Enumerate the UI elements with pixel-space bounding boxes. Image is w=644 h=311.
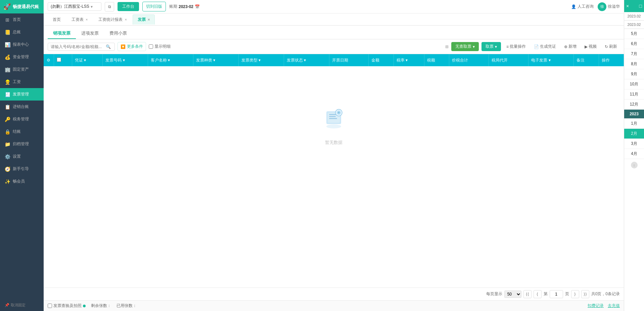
sidebar-item-home[interactable]: ⊞ 首页 xyxy=(0,13,44,26)
table-header-row: ⚙ 凭证 ▾ 发票号码 ▾ 客户名称 ▾ 发票种类 ▾ 发票类型 ▾ 发票状态 … xyxy=(44,54,624,66)
customer-filter-icon[interactable]: ▾ xyxy=(168,58,170,63)
tab-home[interactable]: 首页 xyxy=(48,14,66,25)
period-display-1: 2023.02 xyxy=(624,12,644,21)
empty-state: 暂无数据 xyxy=(44,66,624,184)
sidebar-item-tax[interactable]: 🔑 税务管理 xyxy=(0,113,44,125)
tab-invoice[interactable]: 发票 × xyxy=(133,14,155,25)
deduct-record-link[interactable]: 扣费记录 xyxy=(588,303,604,309)
support-item[interactable]: 👤 人工咨询 xyxy=(571,4,594,9)
tab-payroll-stats[interactable]: 工资统计报表 × xyxy=(93,14,132,25)
video-button[interactable]: ▶ 视频 xyxy=(582,42,599,51)
topbar: (勿删）江西股宝-LSS ▾ ⧉ 工作台 切到旧版 账期 2023-02 📅 👤… xyxy=(44,0,624,13)
sidebar-item-archive[interactable]: 📁 归档管理 xyxy=(0,138,44,150)
month-11[interactable]: 11月 xyxy=(624,89,644,100)
month-4[interactable]: 4月 xyxy=(624,149,644,159)
batch-op-button[interactable]: ≡ 批量操作 xyxy=(504,42,528,51)
show-detail-checkbox[interactable] xyxy=(149,44,153,49)
voucher-filter-icon[interactable]: ▾ xyxy=(84,58,86,63)
scroll-indicator: ↕ xyxy=(624,159,644,171)
logo: 🚀 畅捷通易代账 xyxy=(0,0,44,13)
month-5[interactable]: 5月 xyxy=(624,29,644,39)
filter-button[interactable]: 🔽 更多条件 xyxy=(118,42,146,51)
period-display-2: 2023.02 xyxy=(624,21,644,29)
invoice-cat-filter-icon[interactable]: ▾ xyxy=(259,58,261,63)
tab-payroll-table-close[interactable]: × xyxy=(86,17,88,22)
period-icon[interactable]: 📅 xyxy=(195,4,200,9)
recharge-link[interactable]: 去充值 xyxy=(608,303,620,309)
tabbar: 首页 工资表 × 工资统计报表 × 发票 × xyxy=(44,13,624,26)
invoice-icon: 🧾 xyxy=(5,92,10,97)
grid-layout-icon[interactable]: ⊞ xyxy=(445,44,449,49)
col-customer: 客户名称 ▾ xyxy=(148,54,193,66)
page-input[interactable]: 1 xyxy=(550,290,563,298)
prev-btn[interactable]: ⟨ xyxy=(534,290,542,298)
month-6[interactable]: 6月 xyxy=(624,39,644,49)
table-container: ⚙ 凭证 ▾ 发票号码 ▾ 客户名称 ▾ 发票种类 ▾ 发票类型 ▾ 发票状态 … xyxy=(44,54,624,287)
tab-payroll-stats-close[interactable]: × xyxy=(125,17,127,22)
sidebar-item-invoice-mgmt[interactable]: 🧾 发票管理 xyxy=(0,88,44,101)
invoiceno-filter-icon[interactable]: ▾ xyxy=(123,58,125,63)
check-invoice-checkbox[interactable] xyxy=(48,304,52,308)
next-btn[interactable]: ⟩ xyxy=(571,290,579,298)
copy-icon-btn[interactable]: ⧉ xyxy=(105,2,114,11)
sidebar-item-general-ledger[interactable]: 📒 总账 xyxy=(0,26,44,38)
tab-invoice-close[interactable]: × xyxy=(148,17,150,22)
col-amount: 金额 xyxy=(369,54,394,66)
col-invoice-no: 发票号码 ▾ xyxy=(103,54,148,66)
invoice-status-filter-icon[interactable]: ▾ xyxy=(304,58,306,63)
search-box[interactable]: 🔍 xyxy=(48,43,115,51)
sidebar-item-reports[interactable]: 📊 报表中心 xyxy=(0,38,44,51)
col-checkbox[interactable] xyxy=(54,54,72,66)
generate-voucher-button[interactable]: 📄 生成凭证 xyxy=(531,42,559,51)
next-last-btn[interactable]: ⟩⟩ xyxy=(581,290,589,298)
einvoice-filter-icon[interactable]: ▾ xyxy=(549,58,551,63)
subtab-expense-receipt[interactable]: 费用小票 xyxy=(104,28,132,39)
month-2-active[interactable]: 2月 xyxy=(624,129,644,139)
select-all-checkbox[interactable] xyxy=(57,57,61,62)
col-tax-code: 税局代开 xyxy=(489,54,528,66)
sidebar-item-fixed-assets[interactable]: 🏢 固定资产 xyxy=(0,63,44,76)
month-12[interactable]: 12月 xyxy=(624,100,644,110)
sidebar-item-settings[interactable]: ⚙️ 设置 xyxy=(0,150,44,163)
sidebar-item-label: 新手引导 xyxy=(13,166,29,172)
sidebar-item-sales-ledger[interactable]: 📋 进销台账 xyxy=(0,101,44,113)
check-invoice-label[interactable]: 发票查验及拍照 xyxy=(48,303,86,309)
show-detail-checkbox-label[interactable]: 显示明细 xyxy=(149,44,171,49)
subtab-purchase-invoice[interactable]: 进项发票 xyxy=(76,28,104,39)
unpin-button[interactable]: 📌 取消固定 xyxy=(0,299,44,311)
sidebar-item-label: 畅会员 xyxy=(13,179,25,184)
right-panel-expand[interactable]: □ xyxy=(639,3,642,9)
search-input[interactable] xyxy=(51,44,104,49)
col-settings[interactable]: ⚙ xyxy=(44,54,54,66)
month-3[interactable]: 3月 xyxy=(624,139,644,149)
sidebar-item-guide[interactable]: 🧭 新手引导 xyxy=(0,163,44,175)
month-8[interactable]: 8月 xyxy=(624,59,644,69)
generate-voucher-icon: 📄 xyxy=(534,44,539,49)
tax-icon: 🔑 xyxy=(5,117,10,122)
per-page-select[interactable]: 50 20 100 xyxy=(504,290,521,298)
month-1[interactable]: 1月 xyxy=(624,119,644,129)
settings-icon: ⚙️ xyxy=(5,154,10,159)
no-tax-button[interactable]: 无查取票 ▾ xyxy=(451,42,479,51)
workbench-button[interactable]: 工作台 xyxy=(118,2,139,11)
month-7[interactable]: 7月 xyxy=(624,49,644,59)
company-selector[interactable]: (勿删）江西股宝-LSS ▾ xyxy=(48,2,101,11)
refresh-button[interactable]: ↻ 刷新 xyxy=(602,42,620,51)
month-9[interactable]: 9月 xyxy=(624,69,644,79)
tax-rate-filter-icon[interactable]: ▾ xyxy=(406,58,408,63)
invoice-type-filter-icon[interactable]: ▾ xyxy=(213,58,215,63)
sidebar-item-funds[interactable]: 💰 资金管理 xyxy=(0,51,44,63)
month-10[interactable]: 10月 xyxy=(624,79,644,89)
user-item[interactable]: 徐 徐溢华 xyxy=(598,2,620,11)
tab-home-label: 首页 xyxy=(53,17,61,23)
new-button[interactable]: ⊕ 新增 xyxy=(561,42,579,51)
switch-version-button[interactable]: 切到旧版 xyxy=(142,2,166,11)
tab-payroll-table[interactable]: 工资表 × xyxy=(66,14,93,25)
right-panel-close[interactable]: × xyxy=(626,3,629,9)
get-ticket-button[interactable]: 取票 ▾ xyxy=(481,42,501,51)
sidebar-item-closing[interactable]: 🔒 结账 xyxy=(0,125,44,138)
subtab-sales-invoice[interactable]: 销项发票 xyxy=(48,28,76,39)
sidebar-item-member[interactable]: ✨ 畅会员 xyxy=(0,175,44,188)
prev-first-btn[interactable]: ⟨⟨ xyxy=(523,290,532,298)
sidebar-item-payroll[interactable]: 👷 工资 xyxy=(0,76,44,88)
